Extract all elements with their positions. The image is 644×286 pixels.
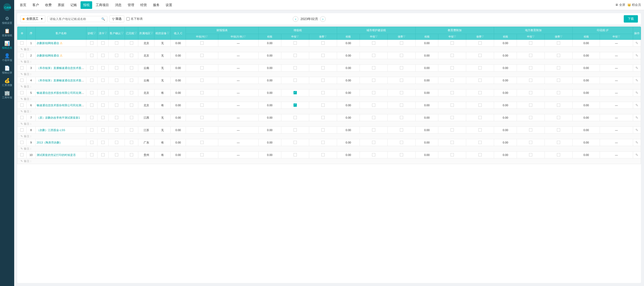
checkbox[interactable] (20, 103, 24, 107)
edit-btn[interactable]: ✎ (635, 66, 638, 70)
col-header-declared[interactable]: 已完税▽ (125, 27, 138, 40)
checkbox[interactable] (101, 91, 105, 94)
checkbox[interactable] (200, 41, 204, 45)
checkbox[interactable] (451, 54, 454, 57)
checkbox[interactable] (115, 91, 118, 94)
client-name-link[interactable]: 畅速通信息技术股份有限公司民珐测试 (37, 91, 84, 94)
download-button[interactable]: 下载 (624, 15, 638, 23)
nav-home[interactable]: 首页 (17, 1, 29, 9)
checkbox[interactable] (20, 66, 24, 69)
checkbox[interactable] (529, 54, 532, 57)
search-bar[interactable]: 🔍 (47, 16, 107, 22)
checkbox[interactable] (20, 153, 24, 156)
checkbox[interactable] (101, 153, 105, 156)
checkbox[interactable] (400, 66, 403, 69)
checkbox[interactable] (101, 79, 105, 82)
checkbox[interactable] (529, 103, 532, 107)
edit-btn[interactable]: ✎ (635, 140, 638, 145)
sidebar-item-personal-tax[interactable]: 👤 个税申报 (0, 51, 14, 64)
checkbox[interactable] (90, 153, 93, 156)
checkbox[interactable] (529, 66, 532, 69)
sub-header-vat-declare[interactable]: 申报▽ (281, 34, 309, 40)
sidebar-item-tax-settings[interactable]: ⚙ 报税设置 (0, 14, 14, 27)
checkbox[interactable] (451, 41, 454, 45)
checkbox[interactable] (101, 54, 105, 57)
checkbox[interactable] (451, 79, 454, 82)
checkbox[interactable] (115, 41, 118, 45)
checkbox[interactable] (90, 79, 93, 82)
sub-header-local-edu-declare[interactable]: 申报▽ (517, 34, 545, 40)
checkbox[interactable] (478, 128, 482, 132)
checkbox[interactable] (478, 41, 482, 45)
checkbox[interactable] (90, 91, 93, 94)
checkbox[interactable] (101, 128, 105, 132)
checkbox[interactable] (372, 141, 375, 144)
client-name-link[interactable]: 勿删新锐网络通信 (37, 42, 59, 45)
checkbox[interactable] (321, 54, 325, 57)
checkbox[interactable] (321, 141, 325, 144)
nav-client[interactable]: 客户 (30, 1, 42, 9)
checkbox[interactable] (115, 103, 118, 107)
operations-cell[interactable]: ✎ (633, 152, 641, 158)
sub-header-stamp-declare[interactable]: 申报▽ (600, 34, 633, 40)
checkbox[interactable] (321, 66, 325, 69)
nav-operations[interactable]: 经营 (138, 1, 149, 9)
checkbox[interactable] (294, 79, 297, 82)
checkbox[interactable] (400, 141, 403, 144)
client-name-link[interactable]: 畅速通信息技术股份有限公司民珐测试 (37, 104, 84, 107)
nav-service[interactable]: 服务 (150, 1, 162, 9)
note-edit-icon[interactable]: ✎ (21, 73, 23, 76)
checkbox[interactable] (372, 54, 375, 57)
client-name-link[interactable]: （库存核算）直播畅速通信息技术股份有限... (37, 66, 86, 69)
checkbox[interactable] (130, 141, 133, 144)
checkbox[interactable] (20, 41, 24, 45)
nav-billing[interactable]: 收费 (43, 1, 54, 9)
checkbox[interactable] (400, 103, 403, 107)
sub-header-city-fee[interactable]: 缴费▽ (388, 34, 416, 40)
checkbox[interactable] (294, 54, 297, 57)
checkbox[interactable] (200, 91, 204, 94)
checkbox[interactable] (130, 128, 133, 132)
checkbox[interactable] (200, 54, 204, 57)
checkbox[interactable] (529, 128, 532, 132)
checkbox[interactable] (200, 66, 204, 69)
sub-header-financial-year[interactable]: 申报(年)▽ (186, 34, 218, 40)
col-header-tax-device[interactable]: 税控设备▽ (154, 27, 171, 40)
operations-cell[interactable]: ✎ (633, 90, 641, 96)
checkbox[interactable] (130, 116, 133, 119)
checkbox[interactable] (451, 116, 454, 119)
checkbox[interactable] (372, 153, 375, 156)
prev-month-btn[interactable]: ‹ (293, 16, 298, 22)
note-edit-icon[interactable]: ✎ (21, 135, 23, 138)
checkbox[interactable] (372, 91, 375, 94)
checkbox[interactable] (557, 41, 560, 45)
checkbox[interactable] (557, 153, 560, 156)
checkbox[interactable] (130, 66, 133, 69)
checkbox[interactable] (372, 66, 375, 69)
checkbox[interactable] (115, 141, 118, 144)
client-name-link[interactable]: 勿删新锐网络通信 (37, 54, 59, 57)
checkbox[interactable] (90, 41, 93, 45)
checkbox[interactable] (115, 153, 118, 156)
note-edit-icon[interactable]: ✎ (21, 122, 23, 126)
filter-button[interactable]: ▽ 筛选 (109, 15, 124, 22)
checkbox[interactable] (557, 103, 560, 107)
checkbox[interactable] (529, 79, 532, 82)
checkbox[interactable] (294, 66, 297, 69)
sub-header-vat-fee[interactable]: 缴费▽ (309, 34, 337, 40)
checkbox[interactable] (115, 54, 118, 57)
checkbox[interactable] (451, 141, 454, 144)
checkbox[interactable] (321, 103, 325, 107)
operations-cell[interactable]: ✎ (633, 127, 641, 134)
checkbox[interactable] (557, 141, 560, 144)
sub-header-financial-month[interactable]: 申报(月/务)▽ (218, 34, 259, 40)
sub-header-edu-fee[interactable]: 缴费▽ (466, 34, 494, 40)
checkbox[interactable] (478, 141, 482, 144)
operations-cell[interactable]: ✎ (633, 77, 641, 84)
note-edit-icon[interactable]: ✎ (21, 85, 23, 88)
checkbox[interactable] (321, 128, 325, 132)
client-name-link[interactable]: 2013（陶美劳勿删） (37, 141, 62, 144)
checkbox[interactable] (20, 79, 24, 82)
checkbox[interactable] (294, 103, 297, 107)
col-header-confirm[interactable]: 客户确认▽ (109, 27, 125, 40)
